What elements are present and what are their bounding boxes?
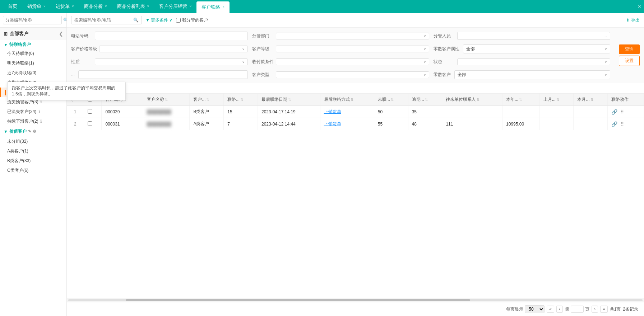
close-purchase-icon[interactable]: × xyxy=(72,0,74,13)
filter-retail-select[interactable]: 全部 ∨ xyxy=(454,70,610,79)
sidebar-item-ungroup[interactable]: 未分组(32) xyxy=(0,137,66,146)
filter-status-select[interactable]: ∨ xyxy=(457,58,610,65)
sidebar-item-today[interactable]: 今天待联络(0) xyxy=(0,49,66,58)
sidebar-item-class-a[interactable]: A类客户(1) xyxy=(0,146,66,156)
row-1-method-link[interactable]: 下销货单 xyxy=(324,109,341,114)
row-1-num: 1 xyxy=(67,106,84,118)
th-type: 客户...⇅ xyxy=(190,94,224,106)
prev-page-button[interactable]: ‹ xyxy=(556,306,563,313)
filter-retail-attr-label: 零散客户属性 xyxy=(434,46,459,52)
per-page-select[interactable]: 50 100 200 xyxy=(525,305,545,313)
filter-phone-input[interactable] xyxy=(95,32,248,40)
row-2-method-link[interactable]: 下销货单 xyxy=(324,121,341,126)
sidebar-value-customer-group[interactable]: ▼ 价值客户 ✎ ⚙ xyxy=(0,126,66,137)
chevron-level-icon: ∨ xyxy=(423,47,426,51)
last-page-button[interactable]: » xyxy=(600,306,608,313)
chevron-nature-icon: ∨ xyxy=(242,60,245,64)
settings-icon-small[interactable]: ⚙ xyxy=(33,129,36,134)
filter-department: 分管部门 ∨ xyxy=(252,30,429,41)
close-product-analysis-icon[interactable]: × xyxy=(105,0,107,13)
row-1-last-date: 2023-04-17 14:19: xyxy=(258,106,320,118)
filter-search-input[interactable] xyxy=(74,18,132,23)
close-contact-icon[interactable]: × xyxy=(222,1,224,13)
edit-icon[interactable]: ✎ xyxy=(28,129,31,134)
close-segments-icon[interactable]: × xyxy=(189,0,191,13)
row-2-link-icon[interactable]: 🔗 xyxy=(611,121,617,127)
row-1-more-icon[interactable]: ⠿ xyxy=(620,109,624,115)
filter-payment-label: 收付款条件 xyxy=(252,59,274,65)
nav-product-analysis-list[interactable]: 商品分析列表 × xyxy=(112,0,154,13)
row-1-this-month xyxy=(574,106,608,118)
row-2-name: ████████ xyxy=(143,118,190,130)
nav-home[interactable]: 首页 xyxy=(3,0,22,13)
sidebar-item-lost[interactable]: 已流失客户(24) ℹ xyxy=(0,107,66,117)
filter-customer-level-select[interactable]: ∨ xyxy=(276,46,429,52)
my-customer-checkbox[interactable] xyxy=(176,18,181,23)
sidebar-item-tomorrow[interactable]: 明天待联络(1) xyxy=(0,58,66,68)
filter-price-level-select[interactable]: ∨ xyxy=(99,46,248,52)
nav-customer-segments[interactable]: 客户分层经营 × xyxy=(154,0,196,13)
filter-manager-select[interactable]: ... xyxy=(457,32,610,40)
sidebar-item-class-b[interactable]: B类客户(33) xyxy=(0,156,66,166)
sidebar-item-declining[interactable]: 持续下滑客户(2) ℹ xyxy=(0,117,66,126)
scrollbar-thumb[interactable] xyxy=(126,299,470,301)
row-2-more-icon[interactable]: ⠿ xyxy=(620,121,624,127)
table-toolbar: ⚙ xyxy=(67,83,644,94)
nav-sales[interactable]: 销货单 × xyxy=(22,0,51,13)
table-row: 1 000039 ████████ B类客户 15 2023-04-17 14:… xyxy=(67,106,644,118)
horizontal-scrollbar[interactable] xyxy=(67,298,644,302)
info-icon-lost: ℹ xyxy=(38,109,40,114)
filter-search-icon[interactable]: 🔍 xyxy=(133,18,139,23)
row-2-overdue: 48 xyxy=(408,118,442,130)
nav-customer-contact[interactable]: 客户联络 × xyxy=(196,1,230,13)
filter-more-conditions[interactable]: ▼ 更多条件 ∨ xyxy=(145,17,172,23)
filter-top-bar: 🔍 ▼ 更多条件 ∨ 我分管的客户 ⬆ 导出 xyxy=(67,13,644,28)
collapse-sidebar-icon[interactable]: ❮ xyxy=(59,31,63,37)
filter-dept-select[interactable]: ∨ xyxy=(276,33,429,39)
query-button[interactable]: 查询 xyxy=(619,44,640,54)
close-product-list-icon[interactable]: × xyxy=(147,0,149,13)
content-area: 🔍 ▼ 更多条件 ∨ 我分管的客户 ⬆ 导出 电话号码 xyxy=(67,13,644,316)
pagination: 每页显示 50 100 200 « ‹ 第 1 页 › » 共1页 2条记录 xyxy=(67,302,644,316)
nav-product-analysis[interactable]: 商品分析 × xyxy=(79,0,112,13)
filter-status: 状态 ∨ xyxy=(434,56,610,67)
nav-purchase[interactable]: 进货单 × xyxy=(51,0,79,13)
sidebar-search-input[interactable] xyxy=(3,16,62,24)
close-sales-icon[interactable]: × xyxy=(43,0,46,13)
chevron-down-icon: ∨ xyxy=(169,18,172,23)
table-container: 序 客户编码⇅ 客户名称⇅ 客户...⇅ 联络...⇅ 最后联络日期⇅ 最后联络… xyxy=(67,94,644,298)
filter-ctype-select[interactable]: ∨ xyxy=(276,71,429,78)
sidebar-item-7days[interactable]: 近7天待联络(0) xyxy=(0,68,66,78)
active-indicator xyxy=(5,90,6,95)
filter-nature-select[interactable]: ∨ xyxy=(95,58,248,65)
info-icon-declining: ℹ xyxy=(40,119,42,124)
row-2-type: A类客户 xyxy=(190,118,224,130)
first-page-button[interactable]: « xyxy=(547,306,554,313)
filter-extra-input[interactable] xyxy=(78,70,248,79)
close-all-tabs[interactable]: × xyxy=(638,3,641,10)
sidebar-pending-contact-group[interactable]: ▼ 待联络客户 xyxy=(0,39,66,49)
row-1-uncontacted: 50 xyxy=(374,106,408,118)
filter-my-customer: 我分管的客户 xyxy=(176,17,208,23)
sidebar-search-icon[interactable]: 🔍 xyxy=(63,18,67,23)
row-1-last-method: 下销货单 xyxy=(320,106,374,118)
filter-payment-select[interactable]: ∨ xyxy=(276,58,429,65)
settings-button[interactable]: 设置 xyxy=(619,56,640,66)
chevron-payment-icon: ∨ xyxy=(423,60,426,64)
page-number-input[interactable]: 1 xyxy=(571,306,584,313)
sidebar-item-class-c[interactable]: C类客户(6) xyxy=(0,166,66,175)
customers-table: 序 客户编码⇅ 客户名称⇅ 客户...⇅ 联络...⇅ 最后联络日期⇅ 最后联络… xyxy=(67,94,644,130)
export-button[interactable]: ⬆ 导出 xyxy=(626,17,640,23)
per-page-selector: 每页显示 50 100 200 xyxy=(506,305,545,313)
table-header-row: 序 客户编码⇅ 客户名称⇅ 客户...⇅ 联络...⇅ 最后联络日期⇅ 最后联络… xyxy=(67,94,644,106)
tooltip-box: 距客户上次交易时长，超过了此客户的平均交易周期的1.5倍，则视为异常。 xyxy=(7,82,126,100)
filter-payment: 收付款条件 ∨ xyxy=(252,56,429,67)
grid-icon: ⊞ xyxy=(4,31,8,37)
next-page-button[interactable]: › xyxy=(592,306,598,313)
filter-retail-attr-select[interactable]: 全部 ∨ xyxy=(463,44,610,53)
top-nav: 首页 销货单 × 进货单 × 商品分析 × 商品分析列表 × 客户分层经营 × … xyxy=(0,0,644,13)
row-2-this-month xyxy=(574,118,608,130)
row-1-link-icon[interactable]: 🔗 xyxy=(611,109,617,115)
filter-price-level-label: 客户价格等级 xyxy=(71,46,97,52)
filter-dept-label: 分管部门 xyxy=(252,33,274,39)
